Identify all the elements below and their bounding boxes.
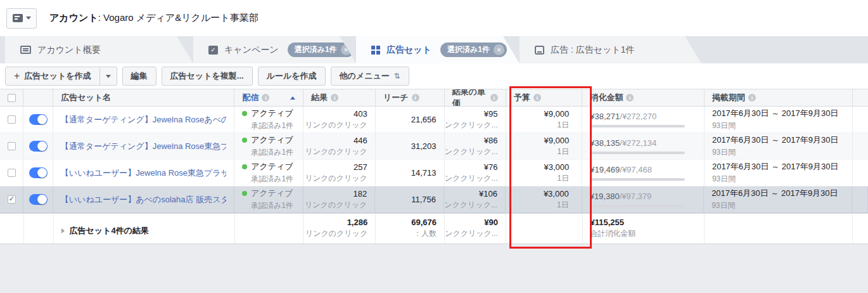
campaign-check-icon <box>208 46 218 55</box>
delivery-status: アクティブ <box>242 134 295 146</box>
create-rule-button[interactable]: ルールを作成 <box>258 67 326 86</box>
active-status-dot-icon <box>242 164 247 169</box>
clear-selection-icon[interactable] <box>494 44 504 55</box>
row-check-cell <box>0 107 23 133</box>
spent-value: ¥19,380/¥97,379 <box>590 192 696 201</box>
summary-schedule-cell <box>705 214 853 244</box>
account-label: アカウント <box>49 12 98 23</box>
tab-account-overview[interactable]: アカウント概要 <box>5 36 193 63</box>
summary-toggle-cell <box>24 214 54 244</box>
summary-spent-cell: ¥115,255合計消化金額 <box>583 214 705 244</box>
adset-active-toggle[interactable] <box>29 194 48 205</box>
adset-name-link[interactable]: 【通常ターゲティング】Jewelna Roseあべのsol... <box>61 114 226 126</box>
row-checkbox[interactable] <box>8 142 16 150</box>
approval-status: 承認済み1件 <box>251 147 295 158</box>
delivery-status: アクティブ <box>242 161 295 173</box>
header-adset-name[interactable]: 広告セット名 <box>53 89 234 106</box>
schedule-cell: 2017年6月30日 ～ 2017年9月30日93日間 <box>705 133 853 159</box>
delivery-status: アクティブ <box>242 108 295 119</box>
row-checkbox[interactable] <box>8 115 16 124</box>
clear-selection-icon[interactable] <box>341 44 352 55</box>
cost-per-result-cell: ¥106リンククリック... <box>444 186 506 212</box>
info-icon[interactable] <box>748 94 756 101</box>
row-checkbox[interactable] <box>8 169 16 177</box>
delivery-cell: アクティブ 承認済み1件 <box>234 107 303 133</box>
selected-count-badge[interactable]: 選択済み1件 <box>440 42 507 57</box>
spent-value: ¥19,469/¥97,468 <box>590 165 696 174</box>
create-adset-dropdown-button[interactable] <box>100 67 117 86</box>
select-all-cell <box>0 89 23 106</box>
row-check-cell <box>0 186 23 212</box>
duplicate-adset-button[interactable]: 広告セットを複製... <box>162 67 253 86</box>
adset-name-link[interactable]: 【いいねユーザー】あべのsolaha店 販売スタッフ <box>61 194 226 205</box>
info-icon[interactable] <box>262 94 269 101</box>
tab-ads[interactable]: 広告 : 広告セット1件 <box>520 36 701 63</box>
amount-spent-cell: ¥38,271/¥272,270 <box>582 107 705 133</box>
cost-per-result-cell: ¥86リンククリック... <box>445 133 506 159</box>
tab-campaigns[interactable]: キャンペーン 選択済み1件 <box>193 36 356 63</box>
adset-name-link[interactable]: 【通常ターゲティング】Jewelna Rose東急プラ... <box>61 141 226 152</box>
info-icon[interactable] <box>626 94 634 101</box>
spend-progress-bar <box>590 178 685 181</box>
row-end-cell <box>853 133 868 159</box>
row-end-cell <box>852 186 868 212</box>
edit-button[interactable]: 編集 <box>122 67 156 86</box>
tab-label: キャンペーン <box>224 44 279 56</box>
summary-name-cell[interactable]: 広告セット4件の結果 <box>54 214 235 244</box>
info-icon[interactable] <box>490 94 498 101</box>
results-cell: 182リンクのクリック <box>303 186 376 212</box>
info-icon[interactable] <box>533 94 541 101</box>
cost-per-result-cell: ¥95リンククリック... <box>445 107 506 133</box>
summary-end-cell <box>853 214 868 244</box>
row-check-cell <box>0 160 23 186</box>
adset-name-cell: 【通常ターゲティング】Jewelna Rose東急プラ... <box>53 133 234 159</box>
delivery-cell: アクティブ 承認済み1件 <box>234 160 303 186</box>
amount-spent-cell: ¥38,135/¥272,134 <box>582 133 705 159</box>
header-results[interactable]: 結果 <box>303 89 376 106</box>
summary-check-cell <box>0 214 24 244</box>
info-icon[interactable] <box>412 94 419 101</box>
header-budget[interactable]: 予算 <box>506 89 583 106</box>
ad-sets-grid-icon <box>371 46 380 55</box>
results-cell: 403リンクのクリック <box>303 107 376 133</box>
header-reach[interactable]: リーチ <box>376 89 445 106</box>
adset-name-cell: 【通常ターゲティング】Jewelna Roseあべのsol... <box>53 107 234 133</box>
table-row: 【通常ターゲティング】Jewelna Rose東急プラ... アクティブ 承認済… <box>0 133 868 160</box>
spend-progress-bar <box>590 205 685 207</box>
caret-down-icon <box>26 16 31 20</box>
create-adset-button[interactable]: + 広告セットを作成 <box>5 67 100 86</box>
reach-cell: 31,203 <box>376 133 445 159</box>
adset-table: 広告セット名 配信 結果 リーチ 結果の単価 予算 消化金額 掲載期間 【通常タ… <box>0 89 868 244</box>
plus-icon: + <box>14 71 20 81</box>
summary-reach-cell: 69,676：人数 <box>376 214 445 244</box>
badge-label: 選択済み1件 <box>295 44 337 55</box>
tab-ad-sets[interactable]: 広告セット 選択済み1件 <box>356 36 520 63</box>
header-cost-per-result[interactable]: 結果の単価 <box>445 89 506 106</box>
select-all-checkbox[interactable] <box>8 94 16 102</box>
schedule-cell: 2017年6月30日 ～ 2017年9月30日93日間 <box>705 160 853 186</box>
adset-active-toggle[interactable] <box>29 167 48 178</box>
table-row: 【いいねユーザー】Jewelna Rose東急プラザ表... アクティブ 承認済… <box>0 160 868 186</box>
adset-name-cell: 【いいねユーザー】Jewelna Rose東急プラザ表... <box>53 160 234 186</box>
adset-active-toggle[interactable] <box>29 114 48 125</box>
more-menu-button[interactable]: 他のメニュー ⇅ <box>331 67 409 86</box>
header-amount-spent[interactable]: 消化金額 <box>582 89 705 106</box>
ads-device-icon <box>535 46 544 55</box>
account-menu-button[interactable] <box>6 8 37 29</box>
row-checkbox-checked[interactable] <box>8 195 16 204</box>
header-delivery[interactable]: 配信 <box>234 89 303 106</box>
sort-ascending-icon <box>290 96 295 100</box>
selected-count-badge[interactable]: 選択済み1件 <box>288 42 354 57</box>
header-schedule[interactable]: 掲載期間 <box>705 89 853 106</box>
header-end-cell <box>853 89 868 106</box>
caret-down-icon <box>106 75 111 78</box>
table-header-row: 広告セット名 配信 結果 リーチ 結果の単価 予算 消化金額 掲載期間 <box>0 89 868 107</box>
active-status-dot-icon <box>242 111 247 116</box>
create-adset-split-button: + 広告セットを作成 <box>5 67 117 86</box>
spend-progress-bar <box>590 152 685 154</box>
table-row-selected: 【いいねユーザー】あべのsolaha店 販売スタッフ アクティブ 承認済み1件 … <box>0 186 868 213</box>
adset-name-link[interactable]: 【いいねユーザー】Jewelna Rose東急プラザ表... <box>61 167 226 179</box>
info-icon[interactable] <box>331 94 338 101</box>
budget-cell: ¥9,0001日 <box>506 133 583 159</box>
adset-active-toggle[interactable] <box>29 141 48 152</box>
